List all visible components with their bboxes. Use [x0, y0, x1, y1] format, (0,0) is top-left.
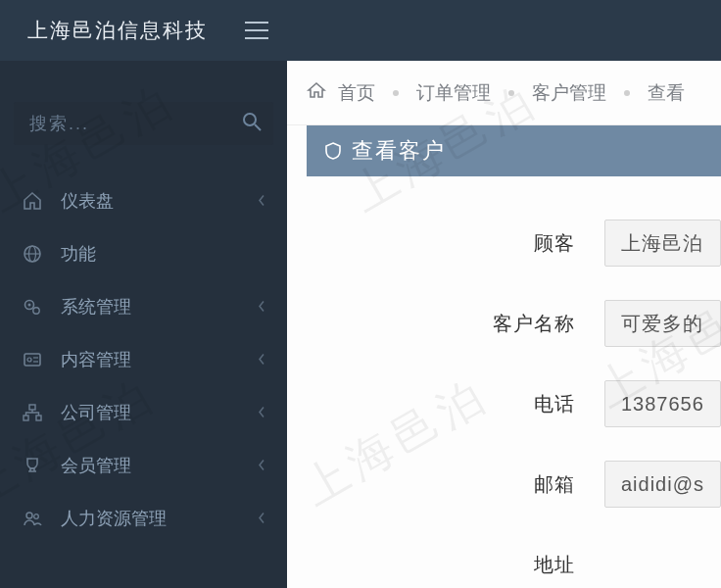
svg-point-10: [33, 308, 39, 314]
svg-point-19: [34, 514, 39, 519]
svg-rect-1: [245, 29, 268, 31]
shield-icon: [324, 142, 342, 160]
svg-rect-16: [24, 416, 28, 420]
users-icon: [22, 509, 43, 528]
sitemap-icon: [22, 403, 43, 422]
trophy-icon: [22, 456, 43, 475]
sidebar-item-member[interactable]: 会员管理: [0, 439, 287, 492]
gears-icon: [22, 297, 43, 317]
home-icon: [307, 80, 326, 105]
svg-rect-11: [24, 354, 40, 366]
sidebar-item-label: 会员管理: [61, 454, 131, 477]
chevron-left-icon: [258, 191, 265, 212]
breadcrumb-separator: [393, 90, 399, 96]
breadcrumb-customers[interactable]: 客户管理: [532, 80, 606, 106]
id-card-icon: [22, 350, 43, 369]
sidebar-item-label: 公司管理: [61, 401, 131, 424]
main-content: 首页 订单管理 客户管理 查看 查看客户 顾客 上海邑泊 客户名称 可爱多的 电…: [287, 61, 721, 588]
svg-rect-2: [245, 37, 268, 39]
svg-point-18: [26, 513, 32, 518]
sidebar-item-dashboard[interactable]: 仪表盘: [0, 174, 287, 227]
sidebar-item-company[interactable]: 公司管理: [0, 386, 287, 439]
chevron-left-icon: [258, 403, 265, 423]
breadcrumb-orders[interactable]: 订单管理: [416, 80, 491, 106]
breadcrumb-home[interactable]: 首页: [338, 80, 375, 106]
form-row: 顾客 上海邑泊: [307, 220, 721, 267]
breadcrumb-separator: [508, 90, 514, 96]
sidebar-item-label: 系统管理: [61, 295, 131, 318]
sidebar-item-system[interactable]: 系统管理: [0, 280, 287, 333]
search-box: [14, 102, 273, 145]
sidebar-item-label: 人力资源管理: [61, 507, 167, 530]
home-icon: [22, 191, 43, 211]
sidebar-item-content[interactable]: 内容管理: [0, 333, 287, 386]
svg-rect-0: [245, 22, 268, 24]
field-label-phone: 电话: [307, 391, 604, 417]
search-input[interactable]: [14, 102, 273, 145]
hamburger-icon: [245, 22, 268, 39]
form-row: 电话 1387656: [307, 380, 721, 427]
svg-line-4: [255, 124, 261, 130]
app-header: 上海邑泊信息科技: [0, 0, 721, 61]
sidebar-item-label: 仪表盘: [61, 189, 114, 213]
field-label-email: 邮箱: [307, 471, 604, 498]
form-row: 邮箱 aididi@s: [307, 461, 721, 508]
svg-point-12: [27, 358, 31, 362]
field-label-address: 地址: [307, 552, 604, 578]
chevron-left-icon: [258, 297, 265, 318]
field-label-name: 客户名称: [307, 311, 604, 337]
svg-rect-17: [36, 416, 41, 420]
sidebar-item-label: 功能: [61, 242, 96, 266]
svg-point-9: [28, 304, 31, 307]
svg-point-3: [244, 114, 256, 125]
search-icon[interactable]: [242, 112, 262, 135]
app-logo: 上海邑泊信息科技: [27, 17, 208, 44]
form-row: 客户名称 可爱多的: [307, 300, 721, 347]
chevron-left-icon: [258, 456, 265, 476]
globe-icon: [22, 244, 43, 264]
sidebar-item-label: 内容管理: [61, 348, 131, 371]
sidebar: 仪表盘 功能 系统管理 内容管理: [0, 61, 287, 588]
field-value-email[interactable]: aididi@s: [604, 461, 721, 508]
chevron-left-icon: [258, 509, 265, 529]
svg-rect-15: [29, 405, 35, 410]
field-value-name[interactable]: 可爱多的: [604, 300, 721, 347]
field-value-phone[interactable]: 1387656: [604, 380, 721, 427]
chevron-left-icon: [258, 350, 265, 370]
sidebar-item-hr[interactable]: 人力资源管理: [0, 492, 287, 545]
breadcrumb-view[interactable]: 查看: [648, 80, 685, 106]
field-label-customer: 顾客: [307, 230, 604, 257]
panel-header: 查看客户: [307, 125, 721, 176]
breadcrumb: 首页 订单管理 客户管理 查看: [287, 61, 721, 125]
menu-toggle-button[interactable]: [245, 22, 268, 39]
panel-title: 查看客户: [352, 136, 446, 166]
field-value-customer[interactable]: 上海邑泊: [604, 220, 721, 267]
sidebar-item-features[interactable]: 功能: [0, 227, 287, 280]
form-row: 地址: [307, 541, 721, 588]
customer-form: 顾客 上海邑泊 客户名称 可爱多的 电话 1387656 邮箱 aididi@s…: [307, 176, 721, 588]
breadcrumb-separator: [624, 90, 630, 96]
